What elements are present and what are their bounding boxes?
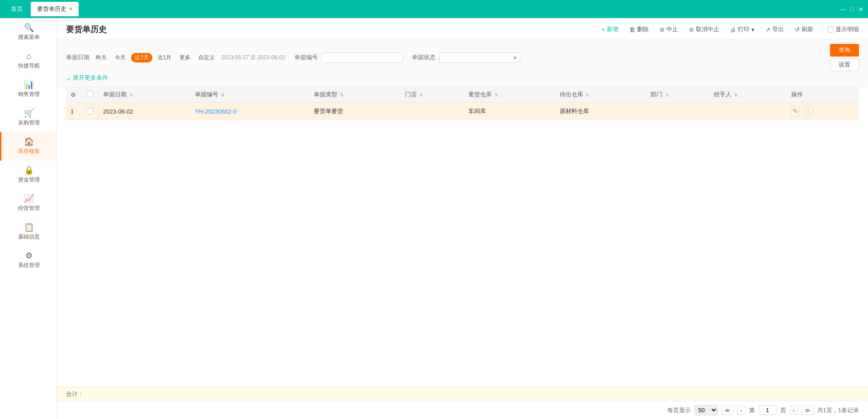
th-operation: 操作 — [787, 87, 859, 103]
quick-nav-icon: ⌂ — [27, 52, 32, 60]
sidebar-item-sys[interactable]: ⚙ 系统管理 — [0, 246, 57, 275]
cell-pending-warehouse: 原材料仓库 — [555, 103, 646, 120]
status-filter-label: 单据状态 — [412, 53, 435, 62]
content-area: 要货单历史 + 新增 🗑 删除 ⊘ 中止 ⊘ 取消中止 — [57, 18, 868, 419]
cancel-stop-label: 取消中止 — [696, 25, 719, 33]
page-last-button[interactable]: ≫ — [802, 406, 814, 415]
sidebar-item-basic-info[interactable]: 📋 基础信息 — [0, 218, 57, 246]
sidebar-item-sales-label: 销售管理 — [18, 90, 40, 98]
op-edit-icon[interactable]: ✎ — [791, 106, 800, 117]
th-checkbox — [82, 87, 99, 103]
doc-number-link[interactable]: YH-20230602-0 — [195, 108, 236, 115]
th-handler[interactable]: 经手人 ⇅ — [709, 87, 787, 103]
date-option-yesterday[interactable]: 昨天 — [93, 53, 109, 62]
page-prev-button[interactable]: ‹ — [737, 406, 745, 415]
add-icon: + — [601, 26, 605, 33]
refresh-button[interactable]: ↺ 刷新 — [792, 24, 816, 35]
th-settings[interactable]: ⚙ — [66, 87, 82, 103]
operation-icons: ✎ ⋮ — [791, 106, 854, 117]
sidebar-item-inventory-label: 库存核算 — [18, 148, 40, 155]
th-req-warehouse[interactable]: 要货仓库 ⇅ — [464, 87, 555, 103]
date-option-last7days[interactable]: 近7天 — [131, 53, 152, 62]
window-close[interactable]: ✕ — [859, 6, 863, 13]
date-option-more[interactable]: 更多 — [177, 53, 193, 62]
window-controls: — □ ✕ — [840, 6, 863, 13]
sidebar-item-sales[interactable]: 📊 销售管理 — [0, 75, 57, 104]
cell-store — [401, 103, 464, 120]
row-checkbox-0[interactable] — [87, 108, 93, 114]
table-head: ⚙ 单据日期 ⇅ 单据编号 ⇅ 单据类型 ⇅ 门店 ⇅ 要货仓库 ⇅ 待出仓库 … — [66, 87, 859, 103]
date-filter-label: 单据日期 — [66, 53, 90, 62]
finance-icon: 🔒 — [24, 166, 34, 174]
stop-icon: ⊘ — [660, 26, 665, 33]
sidebar-item-finance[interactable]: 🔒 资金管理 — [0, 161, 57, 189]
window-maximize[interactable]: □ — [850, 6, 854, 13]
tab-requisition-history[interactable]: 要货单历史 × — [31, 2, 79, 16]
filter-area: 单据日期 昨天 今天 近7天 近1月 更多 自定义 2023-05-27 至 2… — [57, 39, 868, 87]
sidebar-item-finance-label: 资金管理 — [18, 176, 40, 184]
print-icon: 🖨 — [730, 26, 736, 33]
tab-requisition-label: 要货单历史 — [37, 5, 66, 13]
stop-button[interactable]: ⊘ 中止 — [657, 24, 681, 35]
filter-date-group: 单据日期 昨天 今天 近7天 近1月 更多 自定义 2023-05-27 至 2… — [66, 53, 285, 62]
cancel-stop-button[interactable]: ⊘ 取消中止 — [686, 24, 722, 35]
print-dropdown-icon: ▾ — [751, 26, 755, 33]
tab-home[interactable]: 首页 — [5, 2, 29, 16]
page-unit-label: 页 — [780, 406, 786, 414]
page-next-button[interactable]: › — [790, 406, 798, 415]
data-table: ⚙ 单据日期 ⇅ 单据编号 ⇅ 单据类型 ⇅ 门店 ⇅ 要货仓库 ⇅ 待出仓库 … — [66, 87, 859, 120]
display-detail-toggle[interactable]: 显示明细 — [827, 25, 859, 33]
tab-close-icon[interactable]: × — [69, 6, 72, 12]
pagination-bar: 每页显示 20 50 100 200 ≪ ‹ 第 页 › ≫ 共1页，1条记录 — [57, 401, 868, 419]
export-button[interactable]: ↗ 导出 — [763, 24, 787, 35]
filter-actions: 查询 设置 — [830, 44, 859, 71]
th-department[interactable]: 部门 ⇅ — [646, 87, 709, 103]
top-nav: 首页 要货单历史 × — □ ✕ — [0, 0, 868, 18]
th-checkbox-input[interactable] — [87, 91, 93, 97]
add-button[interactable]: + 新增 — [599, 24, 621, 35]
status-filter-select[interactable] — [439, 52, 520, 63]
th-doc-type[interactable]: 单据类型 ⇅ — [309, 87, 400, 103]
th-doc-date[interactable]: 单据日期 ⇅ — [99, 87, 190, 103]
expand-more-button[interactable]: ⌄ 展开更多条件 — [66, 74, 859, 82]
sidebar-item-ops[interactable]: 📈 经营管理 — [0, 189, 57, 218]
page-go-label: 第 — [749, 406, 755, 414]
th-store[interactable]: 门店 ⇅ — [401, 87, 464, 103]
th-pending-warehouse[interactable]: 待出仓库 ⇅ — [555, 87, 646, 103]
query-button[interactable]: 查询 — [830, 44, 859, 57]
display-detail-checkbox[interactable] — [827, 26, 834, 33]
search-menu-icon: 🔍 — [24, 24, 34, 32]
delete-button[interactable]: 🗑 删除 — [627, 24, 651, 35]
print-button[interactable]: 🖨 打印 ▾ — [727, 24, 757, 35]
docnum-filter-input[interactable] — [321, 52, 403, 63]
page-number-input[interactable] — [759, 405, 777, 415]
sidebar-item-inventory[interactable]: 🏠 库存核算 — [0, 132, 57, 161]
date-range-display: 2023-05-27 至 2023-06-02 — [221, 54, 285, 62]
window-minimize[interactable]: — — [840, 6, 846, 13]
cell-operation: ✎ ⋮ — [787, 103, 859, 120]
status-select-wrap: ▾ — [439, 52, 520, 63]
date-options: 昨天 今天 近7天 近1月 更多 自定义 — [93, 53, 217, 62]
sidebar-item-basic-info-label: 基础信息 — [18, 233, 40, 241]
settings-button[interactable]: 设置 — [830, 58, 859, 71]
sidebar-item-quick-nav[interactable]: ⌂ 快捷导航 — [0, 47, 57, 75]
sidebar-item-purchase[interactable]: 🛒 采购管理 — [0, 104, 57, 132]
main-layout: 🔍 搜索菜单 ⌂ 快捷导航 📊 销售管理 🛒 采购管理 🏠 库存核算 🔒 资金管… — [0, 18, 868, 419]
sidebar-item-sys-label: 系统管理 — [18, 262, 40, 269]
page-title: 要货单历史 — [66, 24, 107, 35]
page-first-button[interactable]: ≪ — [722, 406, 734, 415]
sidebar-item-search-menu[interactable]: 🔍 搜索菜单 — [0, 18, 57, 47]
date-option-custom[interactable]: 自定义 — [196, 53, 217, 62]
sort-icon-req-wh: ⇅ — [495, 92, 498, 97]
op-copy-icon[interactable]: ⋮ — [803, 106, 813, 117]
th-doc-number[interactable]: 单据编号 ⇅ — [190, 87, 309, 103]
expand-more-label: 展开更多条件 — [73, 74, 108, 82]
cell-handler — [709, 103, 787, 120]
cancel-stop-icon: ⊘ — [689, 26, 694, 33]
date-option-last1month[interactable]: 近1月 — [155, 53, 175, 62]
page-size-select[interactable]: 20 50 100 200 — [694, 405, 718, 415]
date-option-today[interactable]: 今天 — [112, 53, 128, 62]
sort-icon-number: ⇅ — [221, 92, 225, 97]
ops-icon: 📈 — [24, 195, 34, 203]
page-size-label: 每页显示 — [667, 406, 691, 414]
